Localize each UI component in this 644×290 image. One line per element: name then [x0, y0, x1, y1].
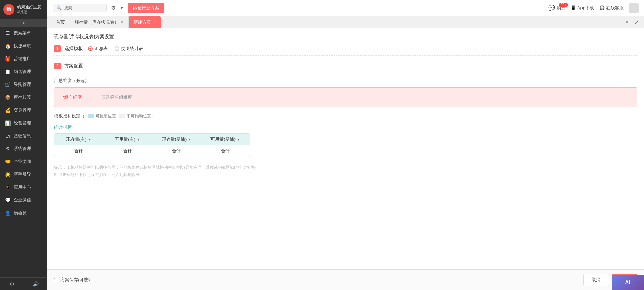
- app-center-label: 应用中心: [14, 184, 31, 190]
- content-area: 现存量(库存状况表)方案设置 1 选择模板 汇总表 交叉统计表: [47, 28, 644, 269]
- sidebar-item-inventory[interactable]: 📦库存核算: [0, 91, 47, 104]
- tab-close-icon[interactable]: ✕: [624, 19, 630, 26]
- sidebar-item-sales[interactable]: 📋销售管理: [0, 65, 47, 78]
- sidebar-item-finance[interactable]: 💰资金管理: [0, 104, 47, 117]
- section1-num: 1: [54, 45, 61, 52]
- sidebar-scroll-up[interactable]: ▲: [0, 19, 47, 27]
- summary-dim-label: 汇总维度（必选）: [54, 78, 637, 84]
- sidebar-bottom: ⚙ 🔊: [0, 277, 47, 290]
- sidebar-item-new-guide[interactable]: 🌟新手引导: [0, 168, 47, 181]
- sidebar-item-member[interactable]: 👤畅会员: [0, 207, 47, 219]
- home-tab-label: 首页: [56, 19, 65, 25]
- dimension-row: *纵向维度 —— 请选择分组维度: [63, 94, 629, 100]
- search-input[interactable]: [64, 6, 98, 10]
- radio-summary-dot: [88, 46, 93, 51]
- msg-icon: 💬: [548, 5, 555, 11]
- tab-new-plan[interactable]: 新建方案 ✕: [129, 16, 161, 28]
- stats-table: 现存量(主)▼可用量(主)▼现存量(基辅)▼可用量(基辅)▼ 合计合计合计合计: [54, 133, 250, 157]
- marketing-icon: 🎁: [5, 56, 11, 62]
- tabbar: 首页 现存量（库存状况表） ✕ 新建方案 ✕ ✕ ⤢: [47, 16, 644, 28]
- trial-btn[interactable]: 体验行业方案: [128, 3, 164, 13]
- stats-section: 统计指标 现存量(主)▼可用量(主)▼现存量(基辅)▼可用量(基辅)▼ 合计合计…: [54, 124, 637, 157]
- radio-summary[interactable]: 汇总表: [88, 46, 108, 52]
- topbar-right: 💬 消息 99+ 📱 App下载 🎧 在线客服: [548, 3, 639, 13]
- app-download-btn[interactable]: 📱 App下载: [571, 5, 594, 11]
- marketing-label: 营销推广: [14, 56, 31, 62]
- stats-header-cell-2[interactable]: 现存量(基辅)▼: [152, 134, 201, 145]
- tab-inventory-status[interactable]: 现存量（库存状况表） ✕: [70, 16, 129, 28]
- operation-icon: 📊: [5, 120, 11, 126]
- indicators-legend-row: 模板指标设定（ 可拖动位置 不可拖动位置）: [54, 113, 637, 119]
- settings-icon[interactable]: ⚙: [111, 5, 116, 11]
- sidebar-item-quick-nav[interactable]: 🏠快捷导航: [0, 40, 47, 52]
- sidebar-settings-btn[interactable]: ⚙: [0, 278, 24, 290]
- tip-1: 提示： 1.拖动标题栏可以调整布局，不可跨维度或指标区域拖动栏目字段(只能在同一…: [54, 164, 637, 171]
- app-name: 畅康通好生意: [17, 4, 41, 10]
- new-plan-tab-label: 新建方案: [133, 19, 151, 25]
- sidebar-item-wechat[interactable]: 💬企业微信: [0, 194, 47, 207]
- sales-label: 销售管理: [14, 69, 31, 75]
- system-label: 系统管理: [14, 146, 31, 152]
- stats-header-cell-1[interactable]: 可用量(主)▼: [103, 134, 152, 145]
- radio-cross[interactable]: 交叉统计表: [115, 46, 143, 52]
- tip-2: 2. 点击标题栏下拉可设置排序、插入列和删除列: [54, 171, 637, 179]
- stats-header-cell-0[interactable]: 现存量(主)▼: [54, 134, 103, 145]
- nodrag-box: [119, 114, 125, 118]
- radio-cross-dot: [115, 46, 119, 51]
- save-checkbox[interactable]: [54, 278, 58, 282]
- radio-cross-label: 交叉统计表: [121, 46, 143, 52]
- save-label: 方案保存(可选): [60, 277, 90, 283]
- service-btn[interactable]: 🎧 在线客服: [599, 5, 624, 11]
- search-menu-label: 搜索菜单: [14, 30, 31, 36]
- app-version: 标准版: [17, 10, 41, 15]
- sales-icon: 📋: [5, 69, 11, 74]
- dimension-area: *纵向维度 —— 请选择分组维度: [54, 87, 637, 107]
- quick-nav-label: 快捷导航: [14, 43, 31, 49]
- tab-home[interactable]: 首页: [51, 16, 70, 28]
- finance-label: 资金管理: [14, 107, 31, 113]
- save-option[interactable]: 方案保存(可选): [54, 277, 90, 283]
- sidebar-item-search-menu[interactable]: ☰搜索菜单: [0, 27, 47, 40]
- sidebar-item-basic-info[interactable]: 🗂基础信息: [0, 129, 47, 142]
- search-icon: 🔍: [56, 5, 62, 10]
- purchase-icon: 🛒: [5, 82, 11, 87]
- nodrag-label: 不可拖动位置）: [127, 113, 155, 119]
- cancel-button[interactable]: 取消: [583, 274, 609, 286]
- sidebar-item-app-center[interactable]: 📱应用中心: [0, 181, 47, 194]
- sidebar-sound-btn[interactable]: 🔊: [24, 278, 47, 290]
- dimension-dash: ——: [87, 95, 96, 100]
- stats-header: 现存量(主)▼可用量(主)▼现存量(基辅)▼可用量(基辅)▼: [54, 134, 250, 145]
- purchase-label: 采购管理: [14, 81, 31, 88]
- sidebar: 畅 畅康通好生意 标准版 ▲ ☰搜索菜单🏠快捷导航🎁营销推广📋销售管理🛒采购管理…: [0, 0, 47, 290]
- service-icon: 🎧: [599, 5, 605, 10]
- search-box[interactable]: 🔍: [53, 4, 107, 12]
- stats-body-cell-1: 合计: [103, 145, 152, 157]
- operation-label: 经营管理: [14, 120, 31, 126]
- sidebar-item-enterprise[interactable]: 🤝企业协同: [0, 155, 47, 168]
- stats-col-chevron-3: ▼: [237, 138, 240, 141]
- topbar: 🔍 ⚙ ▼ 体验行业方案 💬 消息 99+ 📱 App下载 🎧 在线客服: [47, 0, 644, 16]
- dimension-placeholder[interactable]: 请选择分组维度: [101, 94, 132, 100]
- inventory-icon: 📦: [5, 95, 11, 100]
- sidebar-item-operation[interactable]: 📊经营管理: [0, 117, 47, 129]
- sidebar-item-purchase[interactable]: 🛒采购管理: [0, 78, 47, 91]
- enterprise-icon: 🤝: [5, 159, 11, 164]
- app-center-icon: 📱: [5, 185, 11, 190]
- inventory-tab-close[interactable]: ✕: [121, 20, 124, 24]
- msg-btn[interactable]: 💬 消息 99+: [548, 5, 565, 11]
- quick-nav-icon: 🏠: [5, 43, 11, 49]
- radio-summary-label: 汇总表: [95, 46, 108, 52]
- section2-num: 2: [54, 63, 61, 69]
- draggable-box: [88, 114, 94, 118]
- stats-header-cell-3[interactable]: 可用量(基辅)▼: [201, 134, 250, 145]
- new-guide-icon: 🌟: [5, 172, 11, 177]
- inventory-tab-label: 现存量（库存状况表）: [75, 19, 119, 25]
- sidebar-item-marketing[interactable]: 🎁营销推广: [0, 52, 47, 65]
- tab-expand-icon[interactable]: ⤢: [633, 19, 640, 26]
- dropdown-icon[interactable]: ▼: [120, 5, 124, 10]
- new-plan-tab-close[interactable]: ✕: [153, 20, 156, 24]
- member-icon: 👤: [5, 210, 11, 216]
- sidebar-item-system[interactable]: ⚙系统管理: [0, 142, 47, 155]
- user-avatar[interactable]: [629, 3, 639, 13]
- ai-button[interactable]: Ai: [612, 275, 644, 290]
